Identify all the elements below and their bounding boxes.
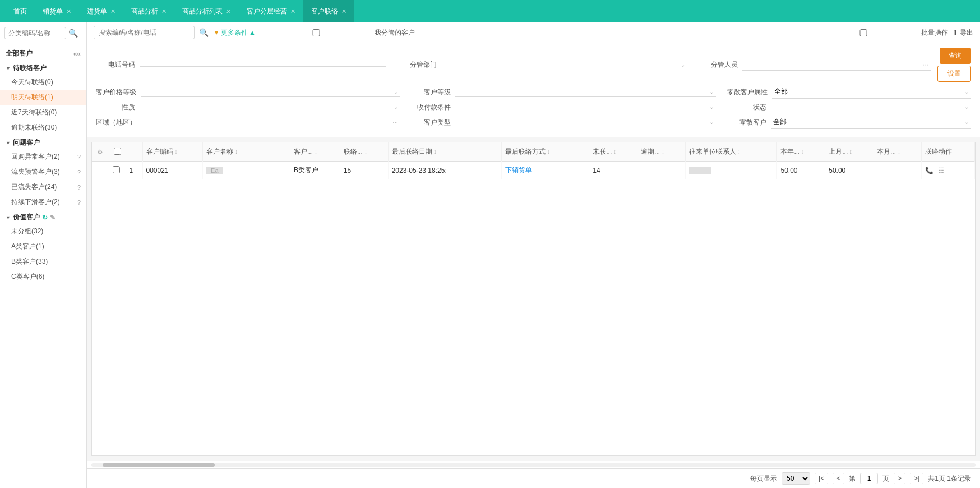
sidebar-item-class-c[interactable]: C类客户(6) [0,269,86,284]
filter-region[interactable]: 区域（地区） ··· [96,117,400,128]
sort-icon[interactable]: ↕ [235,149,238,155]
col-unit-contact[interactable]: 往来单位联系人 ↕ [685,142,777,162]
close-icon[interactable]: ✕ [290,8,295,15]
nav-product-analysis[interactable]: 商品分析 ✕ [123,0,174,22]
nav-product-analysis-list[interactable]: 商品分析列表 ✕ [174,0,239,22]
row-checkbox-cell[interactable] [109,162,126,179]
sort-icon[interactable]: ↕ [175,149,178,155]
close-icon[interactable]: ✕ [341,8,346,15]
nav-home[interactable]: 首页 [6,0,35,22]
filter-retail-customer[interactable]: 零散客户 全部 ⌄ [727,116,971,129]
sidebar-item-overdue-contact[interactable]: 逾期未联络(30) [0,120,86,135]
col-checkbox[interactable] [109,142,126,162]
filter-retail-attr[interactable]: 零散客户属性 全部 ⌄ [727,85,971,99]
col-this-year[interactable]: 本年... ↕ [777,142,825,162]
col-code[interactable]: 客户编码 ↕ [142,142,203,162]
col-this-month[interactable]: 本月... ↕ [873,142,922,162]
sidebar-item-declining[interactable]: 持续下滑客户(2) ? [0,195,86,210]
filter-dept[interactable]: 分管部门 ⌄ [397,60,688,70]
horizontal-scrollbar[interactable] [87,461,980,468]
sidebar-all-customers[interactable]: 全部客户 «« [0,44,86,61]
sidebar-item-tomorrow-contact[interactable]: 明天待联络(1) [0,90,86,105]
refresh-icon[interactable]: ↻ [42,214,48,222]
sidebar-search-icon[interactable]: 🔍 [68,29,78,38]
sort-icon[interactable]: ↕ [434,149,437,155]
my-customers-filter[interactable]: 我分管的客户 [260,28,415,38]
sidebar-group-pending[interactable]: 待联络客户 [0,61,86,75]
filter-status[interactable]: 状态 ⌄ [727,102,971,112]
batch-checkbox[interactable] [807,29,919,36]
export-button[interactable]: ⬆ 导出 [953,28,973,38]
gear-icon[interactable]: ⚙ [97,148,103,156]
row-last-contact-method-cell[interactable]: 下销货单 [502,162,589,179]
sort-icon[interactable]: ↕ [849,149,852,155]
sidebar-item-7day-contact[interactable]: 近7天待联络(0) [0,105,86,120]
last-page-button[interactable]: >| [910,473,923,484]
row-checkbox[interactable] [113,166,120,173]
sort-icon[interactable]: ↕ [662,149,664,155]
sort-icon[interactable]: ↕ [547,149,550,155]
sidebar-item-churn-warning[interactable]: 流失预警客户(3) ? [0,164,86,179]
query-button[interactable]: 查询 [940,48,971,64]
retail-customer-select[interactable]: 全部 ⌄ [771,116,971,129]
sort-icon[interactable]: ↕ [898,149,900,155]
filter-nature[interactable]: 性质 ⌄ [96,102,400,112]
col-settings[interactable]: ⚙ [92,142,109,162]
filter-customer-level[interactable]: 客户等级 ⌄ [412,87,716,97]
status-select[interactable]: ⌄ [771,102,971,112]
prev-page-button[interactable]: < [833,473,844,484]
filter-price-level[interactable]: 客户价格等级 ⌄ [96,87,400,97]
help-icon[interactable]: ? [77,199,81,206]
close-icon[interactable]: ✕ [66,8,71,15]
col-name[interactable]: 客户名称 ↕ [203,142,290,162]
help-icon[interactable]: ? [77,184,81,191]
sort-icon[interactable]: ↕ [315,149,317,155]
more-conditions-button[interactable]: ▼ 更多条件 ▲ [213,28,256,38]
nav-customer-contact[interactable]: 客户联络 ✕ [303,0,354,22]
customer-type-select[interactable]: ⌄ [455,117,716,127]
filter-payment-terms[interactable]: 收付款条件 ⌄ [412,102,716,112]
col-last-contact-date[interactable]: 最后联络日期 ↕ [388,142,502,162]
col-contact[interactable]: 联络... ↕ [340,142,388,162]
phone-action-icon[interactable]: 📞 [925,167,933,174]
close-icon[interactable]: ✕ [110,8,115,15]
col-overdue[interactable]: 逾期... ↕ [637,142,686,162]
first-page-button[interactable]: |< [815,473,828,484]
nature-select[interactable]: ⌄ [140,102,400,112]
sidebar-group-value[interactable]: 价值客户 ↻ ✎ [0,210,86,224]
sidebar-item-repurchase-abnormal[interactable]: 回购异常客户(2) ? [0,149,86,164]
per-page-select[interactable]: 50 100 [782,472,810,485]
sort-icon[interactable]: ↕ [364,149,367,155]
grid-action-icon[interactable]: ☷ [938,167,944,174]
sidebar-group-problem[interactable]: 问题客户 [0,135,86,149]
last-contact-method-link[interactable]: 下销货单 [505,166,532,174]
col-not-contact[interactable]: 未联... ↕ [589,142,637,162]
help-icon[interactable]: ? [77,154,81,160]
nav-sales-order[interactable]: 销货单 ✕ [35,0,79,22]
nav-customer-segmentation[interactable]: 客户分层经营 ✕ [239,0,303,22]
sidebar-item-today-contact[interactable]: 今天待联络(0) [0,75,86,90]
my-customers-checkbox[interactable] [260,29,372,36]
scroll-thumb[interactable] [103,463,215,467]
scroll-track[interactable] [91,463,976,467]
col-last-contact-method[interactable]: 最后联络方式 ↕ [502,142,589,162]
close-icon[interactable]: ✕ [161,8,167,15]
region-input[interactable]: ··· [141,117,400,128]
sidebar-search-input[interactable] [4,27,66,39]
payment-terms-select[interactable]: ⌄ [455,102,716,112]
filter-customer-type[interactable]: 客户类型 ⌄ [412,117,716,127]
sort-icon[interactable]: ↕ [801,149,804,155]
col-type[interactable]: 客户... ↕ [290,142,340,162]
close-icon[interactable]: ✕ [226,8,231,15]
page-number-input[interactable] [860,473,878,484]
settings-button[interactable]: 设置 [937,66,971,82]
sort-icon[interactable]: ↕ [738,149,741,155]
sidebar-item-churned[interactable]: 已流失客户(24) ? [0,179,86,195]
sidebar-item-class-a[interactable]: A类客户(1) [0,239,86,254]
edit-icon[interactable]: ✎ [50,214,56,222]
price-level-select[interactable]: ⌄ [141,87,400,97]
help-icon[interactable]: ? [77,169,81,176]
search-input[interactable] [94,26,195,39]
dept-select[interactable]: ⌄ [441,60,688,70]
nav-purchase-order[interactable]: 进货单 ✕ [79,0,123,22]
